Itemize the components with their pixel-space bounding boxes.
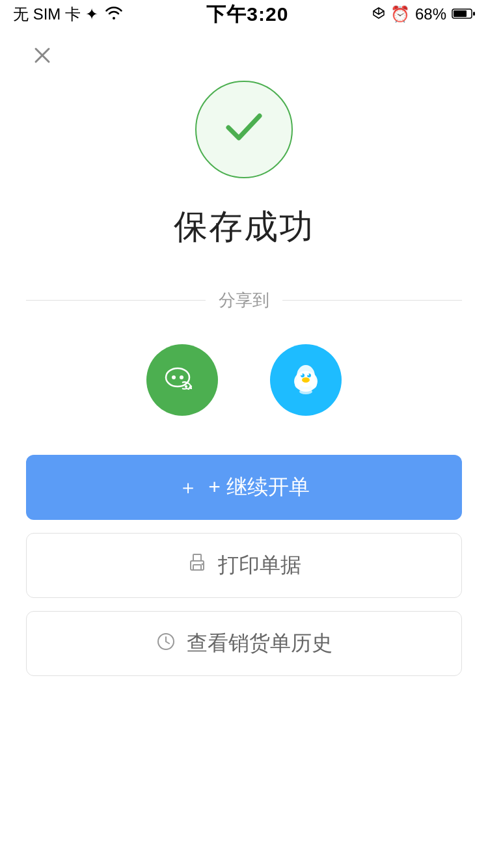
svg-rect-22 <box>193 565 201 570</box>
svg-point-6 <box>172 375 176 379</box>
print-label: 打印单据 <box>218 551 301 580</box>
status-right: ⏰ 68% <box>372 5 475 23</box>
action-buttons-container: ＋ + 继续开单 打印单据 查看销货单历 <box>0 455 488 676</box>
share-section: 分享到 <box>0 289 488 416</box>
wechat-share-button[interactable] <box>146 344 218 416</box>
printer-icon <box>187 553 208 578</box>
svg-point-7 <box>180 375 183 379</box>
main-content: 保存成功 分享到 <box>0 29 488 676</box>
svg-rect-2 <box>473 12 475 16</box>
svg-point-19 <box>299 389 312 394</box>
svg-point-16 <box>302 377 310 383</box>
svg-point-9 <box>189 385 192 388</box>
share-label: 分享到 <box>206 289 282 312</box>
print-button[interactable]: 打印单据 <box>26 533 462 598</box>
svg-point-8 <box>185 385 187 388</box>
divider-left <box>26 300 206 301</box>
success-circle <box>195 81 293 178</box>
divider-right <box>282 300 462 301</box>
battery-icon <box>452 5 475 23</box>
svg-rect-1 <box>454 10 467 17</box>
location-icon <box>372 5 385 23</box>
plus-icon: ＋ <box>178 474 198 501</box>
svg-point-14 <box>301 373 303 375</box>
history-icon <box>156 631 176 657</box>
status-bar: 无 SIM 卡 ✦ 下午3:20 ⏰ 68% <box>0 0 488 29</box>
alarm-icon: ⏰ <box>390 5 410 23</box>
share-divider: 分享到 <box>0 289 488 312</box>
svg-rect-21 <box>193 554 201 561</box>
continue-order-button[interactable]: ＋ + 继续开单 <box>26 455 462 520</box>
battery-percent: 68% <box>415 5 446 23</box>
checkmark-icon <box>218 100 270 159</box>
close-button[interactable] <box>26 39 59 72</box>
svg-point-5 <box>166 368 189 387</box>
share-icons-container <box>146 344 342 416</box>
status-left: 无 SIM 卡 ✦ <box>13 4 123 25</box>
continue-order-label: + 继续开单 <box>208 473 310 502</box>
svg-point-18 <box>310 379 317 388</box>
svg-point-23 <box>202 563 204 565</box>
sim-status: 无 SIM 卡 ✦ <box>13 4 98 25</box>
success-title: 保存成功 <box>174 204 314 250</box>
wifi-icon <box>105 5 123 23</box>
qq-share-button[interactable] <box>270 344 342 416</box>
history-button[interactable]: 查看销货单历史 <box>26 611 462 676</box>
history-label: 查看销货单历史 <box>187 629 332 658</box>
svg-point-15 <box>307 373 309 375</box>
status-time: 下午3:20 <box>206 1 288 28</box>
svg-point-17 <box>295 379 301 388</box>
